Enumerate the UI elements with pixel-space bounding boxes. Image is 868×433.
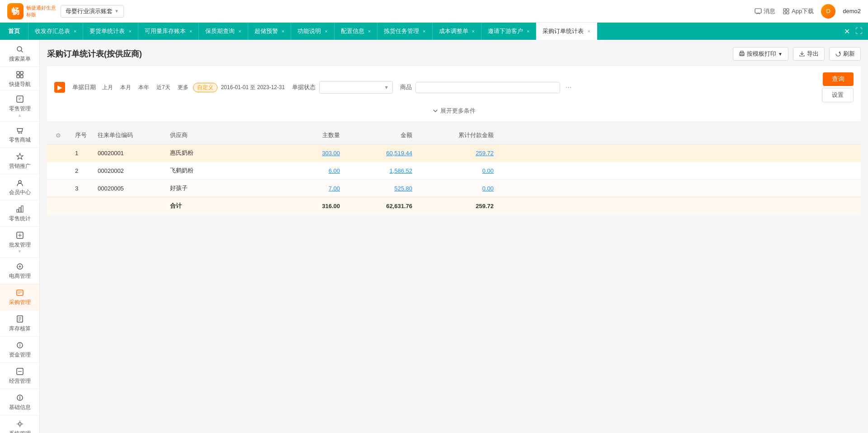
table-body: 1 00020001 惠氏奶粉 303.00 60,519.44 259.72 … [47,144,861,197]
table-row[interactable]: 1 00020001 惠氏奶粉 303.00 60,519.44 259.72 [47,144,861,162]
svg-rect-37 [741,54,743,56]
sidebar-item-ops-mgmt[interactable]: 经营管理 [0,363,39,389]
tab-close-icon[interactable]: ✕ [842,25,852,38]
filter-goods-more-btn[interactable]: ··· [564,83,573,91]
footer-extra [499,197,861,215]
query-btn[interactable]: 查询 [823,72,854,86]
tab-invite-downstream-close[interactable]: × [527,29,529,34]
sidebar-stock-check-label: 库存核算 [9,325,31,333]
tab-cost-adjust[interactable]: 成本调整单 × [433,23,481,40]
tab-receive-summary[interactable]: 收发存汇总表 × [28,23,83,40]
tab-config-info[interactable]: 配置信息 × [335,23,377,40]
sidebar-marketing-label: 营销推广 [9,162,31,170]
filter-date-label: 单据日期 [72,83,96,91]
sidebar-item-wholesale-mgmt[interactable]: 批发管理 ▼ [0,227,39,258]
table-row[interactable]: 2 00020002 飞鹤奶粉 6.00 1,586.52 0.00 [47,162,861,180]
row-2-extra [499,162,861,180]
sidebar-item-system-mgmt[interactable]: 系统管理 [0,415,39,433]
sidebar-item-marketing[interactable]: 营销推广 [0,148,39,174]
page-header: 采购订单统计表(按供应商) 按模板打印 ▼ 导出 刷新 [47,47,861,61]
sidebar-item-purchase-mgmt[interactable]: 采购管理 [0,284,39,310]
sidebar-quick-nav-btn[interactable]: 快捷导航 [0,67,39,90]
tab-purchase-order-stat[interactable]: 采购订单统计表 × [536,23,597,40]
sidebar-retail-mall-label: 零售商城 [9,136,31,144]
sidebar-retail-mgmt-label: 零售管理 [9,105,31,113]
app-download-icon [783,8,790,15]
col-header-settings[interactable]: ⚙ [47,127,70,144]
tab-bar: 首页 收发存汇总表 × 要货单统计表 × 可用量库存账本 × 保质期查询 × 超… [0,23,868,40]
tab-available-stock[interactable]: 可用量库存账本 × [138,23,199,40]
date-shortcut-last-7-days[interactable]: 近7天 [154,83,173,92]
export-icon [799,51,805,57]
svg-rect-36 [741,51,743,53]
tab-invite-downstream[interactable]: 邀请下游客户 × [481,23,536,40]
sidebar-item-stock-check[interactable]: 库存核算 [0,310,39,337]
app-download-btn[interactable]: App下载 [783,7,814,15]
message-btn[interactable]: 消息 [755,7,775,15]
tab-available-stock-close[interactable]: × [189,29,192,34]
tab-func-desc-close[interactable]: × [325,29,327,34]
tab-overstock-alert-close[interactable]: × [282,29,284,34]
tab-func-desc-label: 功能说明 [297,27,321,35]
row-3-settings [47,180,70,197]
tab-config-info-close[interactable]: × [368,29,371,34]
filter-toggle-btn[interactable]: ▶ [54,82,65,93]
custom-date-tag[interactable]: 自定义 [193,83,217,92]
tab-purchase-stat[interactable]: 要货单统计表 × [83,23,138,40]
username-label[interactable]: demo2 [843,8,861,14]
tab-home[interactable]: 首页 [0,23,28,40]
tab-maximize-icon[interactable]: ⛶ [854,25,864,37]
date-shortcut-more[interactable]: 更多 [175,83,191,92]
export-btn[interactable]: 导出 [793,47,825,61]
workspace-selector[interactable]: 母婴行业演示账套 ▼ [61,5,124,18]
tab-expiry-query[interactable]: 保质期查询 × [199,23,248,40]
row-3-amount: 525.80 [345,180,418,197]
filter-panel: ▶ 单据日期 上月 本月 本年 近7天 更多 自定义 2016-01-01 至 … [47,66,861,121]
settings-btn[interactable]: 设置 [822,88,854,102]
tab-func-desc[interactable]: 功能说明 × [291,23,334,40]
sidebar-ecommerce-mgmt-label: 电商管理 [9,272,31,280]
filter-status-select[interactable]: ▼ [319,81,393,94]
filter-goods-input[interactable] [415,82,560,93]
tab-purchase-stat-close[interactable]: × [128,29,131,34]
avatar[interactable]: D [821,4,835,19]
tab-receive-summary-close[interactable]: × [74,29,76,34]
table-container: ⚙ 序号 往来单位编码 供应商 主数量 金额 累计付款金额 1 [47,127,861,214]
tab-purchase-order-stat-close[interactable]: × [587,29,590,34]
col-header-code: 往来单位编码 [92,127,165,144]
date-shortcut-last-month[interactable]: 上月 [99,83,116,92]
sidebar-item-basic-info[interactable]: 基础信息 [0,389,39,415]
tab-cost-adjust-close[interactable]: × [472,29,475,34]
sidebar-item-capital-mgmt[interactable]: 资金管理 [0,337,39,363]
tab-pick-task[interactable]: 拣货任务管理 × [377,23,432,40]
sidebar-item-ecommerce-mgmt[interactable]: 电商管理 [0,258,39,284]
print-btn[interactable]: 按模板打印 ▼ [733,47,788,61]
filter-goods-group: 商品 ··· [400,82,573,93]
col-header-paid: 累计付款金额 [418,127,499,144]
logo-area: 畅 畅捷通好生意 标版 [7,3,56,19]
sidebar-search-btn[interactable]: 搜索菜单 [0,40,39,67]
sidebar-item-retail-mall[interactable]: 零售商城 [0,122,39,148]
date-shortcut-this-year[interactable]: 本年 [136,83,152,92]
svg-rect-2 [787,9,789,11]
tab-purchase-stat-label: 要货单统计表 [90,27,125,35]
tab-expiry-query-close[interactable]: × [238,29,241,34]
tab-available-stock-label: 可用量库存账本 [145,27,186,35]
wholesale-mgmt-icon [16,231,24,239]
logo-text: 畅捷通好生意 标版 [26,5,56,18]
tab-pick-task-close[interactable]: × [423,29,425,34]
date-shortcut-this-month[interactable]: 本月 [118,83,134,92]
retail-mgmt-icon [16,95,24,103]
table-row[interactable]: 3 00020005 好孩子 7.00 525.80 0.00 [47,180,861,197]
refresh-icon [835,51,841,57]
sidebar-item-member-center[interactable]: 会员中心 [0,174,39,200]
sidebar-item-retail-stat[interactable]: 零售统计 [0,200,39,227]
sidebar-item-retail-mgmt[interactable]: 零售管理 ▲ [0,90,39,122]
sidebar-search-label: 搜索菜单 [9,55,31,63]
refresh-btn[interactable]: 刷新 [829,47,861,61]
print-dropdown-icon: ▼ [778,52,783,57]
table-settings-icon[interactable]: ⚙ [56,132,61,139]
expand-more-btn[interactable]: 展开更多条件 [54,107,854,115]
logo-text-line2: 标版 [26,11,56,18]
tab-overstock-alert[interactable]: 超储预警 × [248,23,291,40]
